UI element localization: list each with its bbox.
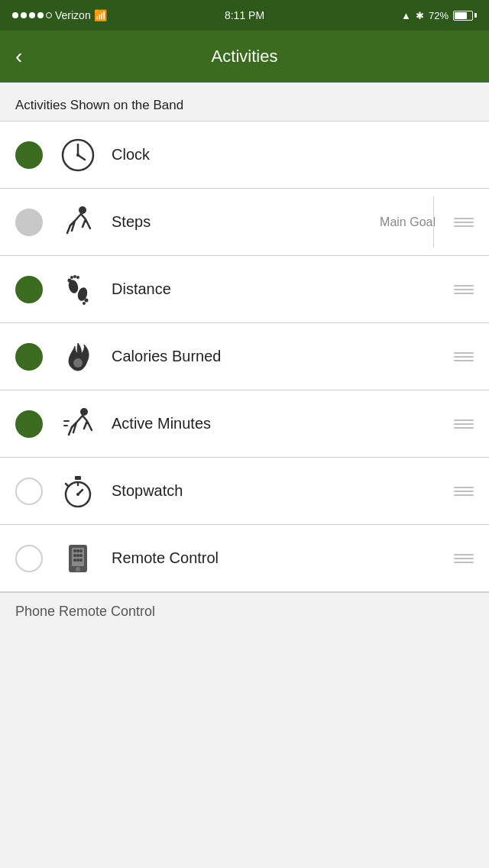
status-right: ▲ ✱ 72% [401,10,477,21]
drag-line [454,352,474,354]
drag-handle-active-minutes[interactable] [454,419,474,429]
battery-bar [453,11,473,21]
wifi-icon: 📶 [94,9,107,21]
drag-line [454,491,474,492]
drag-handle-distance[interactable] [454,285,474,294]
svg-point-29 [73,559,76,562]
bluetooth-icon: ✱ [416,10,424,21]
clock-label: Clock [112,146,474,164]
drag-line [454,562,474,563]
svg-point-19 [76,493,79,496]
status-left: Verizon 📶 [12,9,107,21]
remote-control-icon [57,537,99,580]
battery-percent: 72% [429,10,449,21]
dot-2 [21,12,27,18]
carrier-label: Verizon [55,9,91,21]
svg-point-7 [68,278,72,282]
stopwatch-icon [57,470,99,513]
calories-icon [57,335,99,378]
active-minutes-icon [57,403,99,445]
section-header: Activities Shown on the Band [0,83,489,121]
clock-icon [57,134,99,177]
drag-line [454,427,474,429]
steps-divider [433,196,434,248]
page-title: Activities [212,47,278,66]
distance-label: Distance [112,280,446,298]
svg-point-3 [76,154,79,157]
svg-point-10 [76,276,79,279]
toggle-calories[interactable] [15,343,43,371]
signal-dots [12,12,52,18]
svg-point-32 [76,567,80,572]
steps-label: Steps [112,213,380,231]
svg-point-26 [73,554,76,557]
dot-5 [46,12,52,18]
drag-handle-calories[interactable] [454,352,474,361]
svg-point-8 [70,276,73,279]
drag-line [454,554,474,555]
nav-bar: ‹ Activities [0,31,489,83]
drag-line [454,494,474,496]
status-bar: Verizon 📶 8:11 PM ▲ ✱ 72% [0,0,489,31]
status-time: 8:11 PM [225,9,264,21]
drag-line [454,285,474,287]
drag-line [454,423,474,425]
drag-line [454,225,474,227]
drag-line [454,419,474,421]
svg-point-25 [79,549,83,552]
svg-point-30 [76,559,79,562]
list-item: Clock [0,121,489,189]
svg-point-23 [73,549,76,552]
partial-bottom-label: Phone Remote Control [15,604,155,619]
distance-icon [57,268,99,311]
battery-tip [474,13,477,18]
drag-handle-steps[interactable] [454,218,474,227]
battery-indicator [453,11,477,21]
toggle-active-minutes[interactable] [15,410,43,438]
drag-line [454,218,474,219]
remote-control-label: Remote Control [112,549,446,567]
toggle-distance[interactable] [15,276,43,303]
svg-point-24 [76,549,79,552]
toggle-steps[interactable] [15,209,43,236]
drag-line [454,289,474,290]
drag-handle-stopwatch[interactable] [454,487,474,496]
svg-point-4 [79,206,86,214]
dot-1 [12,12,18,18]
list-item: Remote Control [0,525,489,592]
list-item: Stopwatch [0,458,489,525]
svg-point-13 [73,358,83,368]
svg-rect-15 [75,476,81,480]
location-icon: ▲ [401,10,411,21]
dot-3 [29,12,35,18]
active-minutes-label: Active Minutes [112,415,446,432]
drag-line [454,222,474,223]
battery-fill [455,12,467,19]
drag-line [454,487,474,488]
partial-bottom-text: Phone Remote Control [0,592,489,620]
back-button[interactable]: ‹ [15,46,22,67]
toggle-stopwatch[interactable] [15,478,43,505]
list-item: Distance [0,256,489,323]
list-item: Steps Main Goal [0,189,489,256]
svg-point-27 [76,554,79,557]
stopwatch-label: Stopwatch [112,482,446,500]
svg-point-31 [79,559,83,562]
drag-line [454,293,474,294]
svg-point-9 [73,275,76,278]
svg-point-14 [80,408,88,416]
toggle-remote-control[interactable] [15,545,43,572]
drag-line [454,360,474,361]
calories-label: Calories Burned [112,348,446,365]
main-goal-badge: Main Goal [380,215,436,229]
list-item: Calories Burned [0,323,489,390]
drag-line [454,356,474,358]
drag-handle-remote-control[interactable] [454,554,474,563]
svg-line-20 [66,484,68,486]
svg-point-28 [79,554,83,557]
drag-line [454,558,474,559]
svg-point-12 [83,302,86,305]
activities-list: Clock Steps Main Goal [0,121,489,592]
list-item: Active Minutes [0,390,489,458]
toggle-clock[interactable] [15,141,43,169]
